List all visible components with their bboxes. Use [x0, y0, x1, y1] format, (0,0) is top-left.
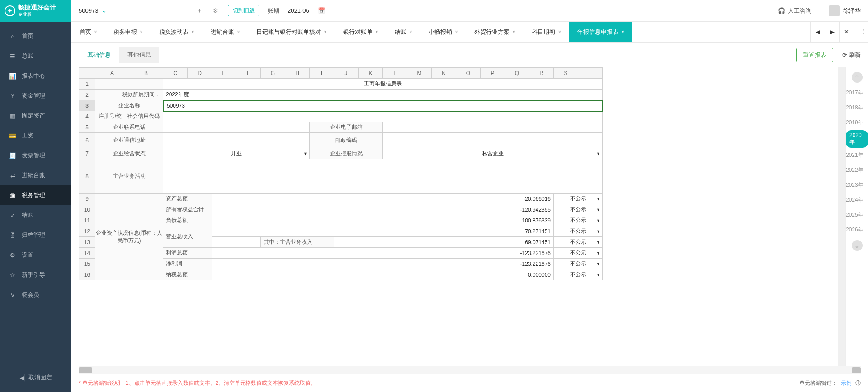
vertical-scrollbar[interactable] — [838, 67, 845, 366]
cell[interactable] — [383, 122, 603, 133]
row-header[interactable]: 1 — [79, 79, 95, 90]
row-header[interactable]: 7 — [79, 148, 95, 159]
tab[interactable]: 年报信息申报表× — [569, 22, 632, 42]
publish-dropdown[interactable]: 不公示▼ — [554, 194, 603, 204]
example-link[interactable]: 示例 — [841, 379, 852, 387]
row-header[interactable]: 6 — [79, 133, 95, 148]
tab[interactable]: 科目期初× — [524, 22, 569, 42]
publish-dropdown[interactable]: 不公示▼ — [554, 248, 603, 259]
col-header[interactable]: E — [212, 68, 236, 79]
year-item[interactable]: 2018年 — [846, 100, 868, 115]
nav-item-guide[interactable]: ☆新手引导 — [0, 265, 71, 285]
row-header[interactable]: 12 — [79, 226, 95, 237]
reset-button[interactable]: 重置报表 — [796, 48, 833, 62]
close-icon[interactable]: × — [191, 29, 194, 35]
calendar-icon[interactable]: 📅 — [317, 7, 326, 15]
company-name-cell[interactable]: 500973 — [163, 100, 603, 111]
cell[interactable] — [212, 237, 261, 248]
row-header[interactable]: 16 — [79, 269, 95, 280]
switch-old-button[interactable]: 切到旧版 — [228, 5, 259, 16]
nav-item-inout[interactable]: ⇄进销台账 — [0, 165, 71, 185]
user-menu[interactable]: 徐泽华 — [829, 5, 861, 16]
add-icon[interactable]: ＋ — [195, 7, 203, 15]
row-header[interactable]: 2 — [79, 90, 95, 100]
col-header[interactable]: H — [285, 68, 310, 79]
col-header[interactable]: J — [334, 68, 359, 79]
value-cell[interactable]: 100.876339 — [212, 215, 554, 226]
tab-prev[interactable]: ◀ — [810, 22, 825, 42]
refresh-button[interactable]: ⟳ 刷新 — [842, 51, 861, 59]
col-header[interactable]: D — [188, 68, 212, 79]
tab[interactable]: 结账× — [387, 22, 420, 42]
row-header[interactable]: 3 — [79, 100, 95, 111]
close-icon[interactable]: × — [94, 29, 97, 35]
period-value[interactable]: 2021-06 — [288, 7, 309, 14]
year-down[interactable]: ⌄ — [852, 240, 863, 251]
col-header[interactable]: N — [432, 68, 456, 79]
nav-item-invoice[interactable]: 🧾发票管理 — [0, 146, 71, 165]
publish-dropdown[interactable]: 不公示▼ — [554, 269, 603, 280]
tab[interactable]: 小畅报销× — [420, 22, 466, 42]
publish-dropdown[interactable]: 不公示▼ — [554, 215, 603, 226]
year-item[interactable]: 2019年 — [846, 115, 868, 130]
org-selector[interactable]: 500973 ⌄ — [79, 7, 187, 14]
row-header[interactable]: 4 — [79, 111, 95, 122]
nav-item-home[interactable]: ⌂首页 — [0, 26, 71, 46]
nav-item-asset[interactable]: ▦固定资产 — [0, 106, 71, 126]
col-header[interactable]: G — [261, 68, 285, 79]
value-cell[interactable]: -120.942355 — [212, 204, 554, 215]
col-header[interactable]: I — [310, 68, 334, 79]
col-header[interactable]: T — [578, 68, 603, 79]
value-cell[interactable]: 69.071451 — [334, 237, 554, 248]
tab-close-all[interactable]: ✕ — [839, 22, 854, 42]
period-value[interactable]: 2022年度 — [163, 90, 603, 100]
nav-item-chart[interactable]: 📊报表中心 — [0, 66, 71, 86]
year-item[interactable]: 2023年 — [846, 178, 868, 193]
nav-item-archive[interactable]: 🗄归档管理 — [0, 225, 71, 245]
value-cell[interactable]: -20.066016 — [212, 194, 554, 204]
tab-fullscreen[interactable]: ⛶ — [854, 22, 868, 42]
tab[interactable]: 日记账与银行对账单核对× — [248, 22, 335, 42]
cell[interactable] — [383, 133, 603, 148]
pin-toggle[interactable]: ◀▏ 取消固定 — [0, 370, 71, 385]
cell[interactable] — [163, 159, 603, 194]
tab[interactable]: 首页× — [71, 22, 105, 42]
col-header[interactable]: F — [236, 68, 261, 79]
col-header[interactable]: O — [456, 68, 481, 79]
row-header[interactable]: 9 — [79, 194, 95, 204]
col-header[interactable]: Q — [505, 68, 529, 79]
close-icon[interactable]: × — [409, 29, 412, 35]
col-header[interactable]: M — [407, 68, 432, 79]
row-header[interactable]: 5 — [79, 122, 95, 133]
row-header[interactable]: 14 — [79, 248, 95, 259]
year-item[interactable]: 2025年 — [846, 208, 868, 222]
col-header[interactable]: K — [359, 68, 383, 79]
value-cell[interactable]: 70.271451 — [212, 226, 554, 237]
publish-dropdown[interactable]: 不公示▼ — [554, 204, 603, 215]
publish-dropdown[interactable]: 不公示▼ — [554, 259, 603, 269]
year-item[interactable]: 2024年 — [846, 193, 868, 208]
cell[interactable] — [163, 111, 603, 122]
tab[interactable]: 税务申报× — [105, 22, 151, 42]
row-header[interactable]: 15 — [79, 259, 95, 269]
nav-item-gear[interactable]: ⚙设置 — [0, 245, 71, 265]
value-cell[interactable]: 0.000000 — [212, 269, 554, 280]
close-icon[interactable]: × — [512, 29, 515, 35]
col-header[interactable]: B — [129, 68, 163, 79]
cell[interactable] — [163, 122, 310, 133]
col-header[interactable]: C — [163, 68, 188, 79]
close-icon[interactable]: × — [324, 29, 327, 35]
year-item[interactable]: 2026年 — [846, 222, 868, 237]
gear-icon[interactable]: ⚙ — [212, 7, 220, 15]
close-icon[interactable]: × — [558, 29, 561, 35]
year-item[interactable]: 2020年 — [846, 130, 868, 148]
year-up[interactable]: ⌃ — [852, 72, 863, 83]
nav-item-close[interactable]: ✓结账 — [0, 205, 71, 225]
spreadsheet[interactable]: ABCDEFGHIJKLMNOPQRST1工商年报信息表2税款所属期间：2022… — [79, 67, 838, 366]
value-cell[interactable]: -123.221676 — [212, 248, 554, 259]
close-icon[interactable]: × — [237, 29, 240, 35]
row-header[interactable]: 8 — [79, 159, 95, 194]
close-icon[interactable]: × — [140, 29, 143, 35]
horizontal-scrollbar[interactable] — [79, 366, 861, 374]
year-item[interactable]: 2021年 — [846, 148, 868, 163]
